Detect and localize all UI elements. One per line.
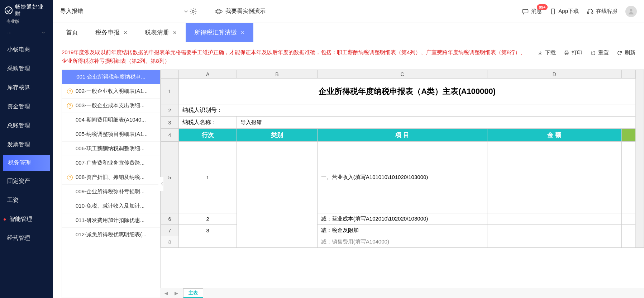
cell-c5[interactable]: 一、营业收入(填写A101010\101020\103000) (317, 142, 487, 213)
col-header-extra[interactable] (621, 70, 636, 79)
row-header[interactable]: 8 (161, 236, 179, 248)
print-button[interactable]: 打印 (564, 49, 582, 56)
app-download-button[interactable]: App下载 (550, 8, 579, 15)
tab-tax-register[interactable]: 税表清册✕ (136, 23, 186, 42)
tab-income-tax[interactable]: 所得税汇算清缴✕ (186, 23, 253, 42)
sidebar-item-partial[interactable]: ... ⌄ (0, 28, 53, 40)
sheet-nav-prev[interactable]: ▶ (173, 290, 180, 296)
vertical-scrollbar[interactable] (636, 70, 644, 248)
sheet-footer: ◀ ▶ 主表 (160, 288, 644, 298)
row-header[interactable]: 7 (161, 225, 179, 236)
reset-button[interactable]: 重置 (590, 49, 609, 56)
sidebar-nav: ... ⌄ 小畅电商 采购管理 库存核算 资金管理 总账管理 发票管理 税务管理… (0, 28, 53, 298)
sidebar-item-ecommerce[interactable]: 小畅电商 (0, 40, 53, 59)
sidebar-item-business[interactable]: 经营管理 (0, 229, 53, 248)
sidebar: 畅捷通好业财 专业版 ... ⌄ 小畅电商 采购管理 库存核算 资金管理 总账管… (0, 0, 53, 298)
tab-tax-declare[interactable]: 税务申报✕ (87, 23, 136, 42)
header-extra[interactable] (621, 129, 636, 142)
cell-e7[interactable] (621, 225, 636, 236)
header-amount[interactable]: 金 额 (487, 129, 621, 142)
form-item-005[interactable]: 005-纳税调整项目明细表(A1... (62, 127, 160, 142)
form-item-003[interactable]: ?003-一般企业成本支出明细... (62, 99, 160, 113)
form-item-007[interactable]: 007-广告费和业务宣传费跨... (62, 156, 160, 170)
header-line-no[interactable]: 行次 (178, 129, 237, 142)
spreadsheet-grid[interactable]: A B C D 1 企业所得税年度纳税申报表（A类）主表(A100000) (160, 70, 644, 288)
taxpayer-name-label[interactable]: 纳税人名称： (178, 117, 237, 129)
sheet-tab-main[interactable]: 主表 (183, 288, 203, 298)
cell-e5[interactable] (621, 142, 636, 213)
message-icon (522, 8, 529, 15)
header-item[interactable]: 项 目 (317, 129, 487, 142)
cell-d5[interactable] (487, 142, 621, 213)
cell-e8[interactable] (621, 236, 636, 248)
row-header[interactable]: 6 (161, 213, 179, 225)
cell-a6[interactable]: 2 (178, 213, 237, 225)
select-all-corner[interactable] (161, 70, 179, 79)
close-icon[interactable]: ✕ (173, 30, 177, 36)
form-item-011[interactable]: 011-研发费用加计扣除优惠... (62, 213, 160, 228)
collapse-button[interactable]: 《 (158, 177, 163, 191)
row-header[interactable]: 2 (161, 104, 179, 117)
row-header[interactable]: 1 (161, 79, 179, 104)
cell-e6[interactable] (621, 213, 636, 225)
taxpayer-name-value[interactable]: 导入报错 (237, 117, 636, 129)
row-header[interactable]: 3 (161, 117, 179, 129)
message-button[interactable]: 消息 99+ (522, 8, 542, 15)
question-icon: ? (67, 175, 73, 180)
print-icon (564, 50, 569, 56)
notification-dot-icon (4, 218, 6, 221)
cell-c7[interactable]: 减：税金及附加 (317, 225, 487, 236)
taxpayer-id-label[interactable]: 纳税人识别号： (178, 104, 636, 117)
support-button[interactable]: 在线客服 (587, 8, 617, 15)
form-item-009[interactable]: 009-企业所得税弥补亏损明... (62, 185, 160, 199)
sidebar-item-ledger[interactable]: 总账管理 (0, 116, 53, 135)
cell-a8[interactable] (178, 236, 237, 248)
sidebar-item-invoice[interactable]: 发票管理 (0, 135, 53, 154)
sheet-title[interactable]: 企业所得税年度纳税申报表（A类）主表(A100000) (178, 79, 636, 104)
refresh-button[interactable]: 刷新 (617, 49, 635, 56)
form-item-012[interactable]: 012-减免所得税优惠明细表(... (62, 228, 160, 242)
sidebar-item-funds[interactable]: 资金管理 (0, 97, 53, 116)
sidebar-item-inventory[interactable]: 库存核算 (0, 78, 53, 97)
close-icon[interactable]: ✕ (123, 30, 128, 36)
form-item-004[interactable]: 004-期间费用明细表(A1040... (62, 113, 160, 127)
message-badge: 99+ (537, 4, 548, 10)
form-item-008[interactable]: ?008-资产折旧、摊销及纳税... (62, 170, 160, 185)
planet-icon (215, 8, 223, 15)
cell-c6[interactable]: 减：营业成本(填写A102010\102020\103000) (317, 213, 487, 225)
cell-b5[interactable] (237, 142, 318, 248)
sidebar-item-tax[interactable]: 税务管理 (3, 155, 50, 171)
col-header-c[interactable]: C (317, 70, 487, 79)
col-header-d[interactable]: D (487, 70, 621, 79)
form-item-010[interactable]: 010-免税、减计收入及加计... (62, 199, 160, 213)
content: 2019年度涉及取以前年度结转数据的申报表单元格需要手工维护正确，才能保证本年及… (53, 42, 644, 298)
col-header-b[interactable]: B (237, 70, 318, 79)
svg-point-6 (553, 13, 554, 14)
svg-rect-11 (566, 51, 568, 52)
cell-c8[interactable]: 减：销售费用(填写A104000) (317, 236, 487, 248)
form-item-002[interactable]: ?002-一般企业收入明细表(A1... (62, 84, 160, 99)
avatar[interactable] (625, 6, 637, 17)
spreadsheet: A B C D 1 企业所得税年度纳税申报表（A类）主表(A100000) (160, 70, 644, 298)
header-category[interactable]: 类别 (237, 129, 318, 142)
cell-d8[interactable] (487, 236, 621, 248)
sidebar-item-assets[interactable]: 固定资产 (0, 172, 53, 191)
sidebar-item-smart[interactable]: 智能管理 (0, 210, 53, 229)
form-item-006[interactable]: 006-职工薪酬纳税调整明细... (62, 142, 160, 156)
download-button[interactable]: 下载 (537, 49, 556, 56)
close-icon[interactable]: ✕ (240, 30, 245, 36)
row-header[interactable]: 4 (161, 129, 179, 142)
cell-a5[interactable]: 1 (178, 142, 237, 213)
sheet-nav-first[interactable]: ◀ (163, 290, 170, 296)
form-item-001[interactable]: 001-企业所得税年度纳税申... (62, 70, 160, 84)
demo-link[interactable]: 我要看实例演示 (215, 8, 266, 15)
sidebar-item-salary[interactable]: 工资 (0, 191, 53, 210)
cell-d7[interactable] (487, 225, 621, 236)
sidebar-item-purchase[interactable]: 采购管理 (0, 59, 53, 78)
tab-home[interactable]: 首页 (57, 23, 87, 42)
search-dropdown[interactable]: 导入报错 (60, 8, 189, 15)
cell-a7[interactable]: 3 (178, 225, 237, 236)
cell-d6[interactable] (487, 213, 621, 225)
settings-button[interactable] (189, 8, 197, 15)
col-header-a[interactable]: A (178, 70, 237, 79)
